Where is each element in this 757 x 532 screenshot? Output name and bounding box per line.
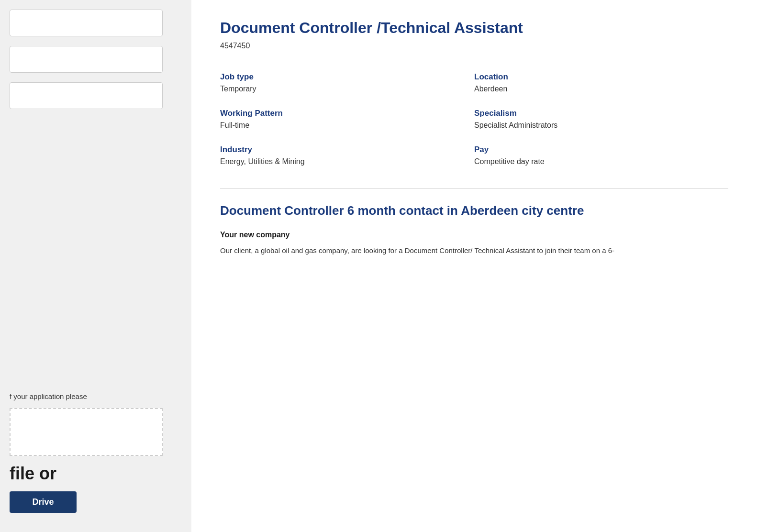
left-bottom: f your application please file or Drive	[10, 392, 163, 513]
right-panel: Document Controller /Technical Assistant…	[191, 0, 757, 532]
input-box-1[interactable]	[10, 10, 163, 36]
working-pattern-label: Working Pattern	[220, 109, 474, 118]
specialism-label: Specialism	[474, 109, 728, 118]
specialism-item: Specialism Specialist Administrators	[474, 101, 728, 137]
location-label: Location	[474, 72, 728, 82]
input-box-2[interactable]	[10, 46, 163, 73]
input-box-3[interactable]	[10, 82, 163, 109]
application-text: f your application please	[10, 392, 163, 400]
section-divider	[220, 188, 728, 188]
description-text: Our client, a global oil and gas company…	[220, 245, 728, 256]
location-item: Location Aberdeen	[474, 65, 728, 101]
industry-value: Energy, Utilities & Mining	[220, 157, 474, 166]
specialism-value: Specialist Administrators	[474, 121, 728, 130]
file-or-label: file or	[10, 464, 163, 484]
pay-label: Pay	[474, 145, 728, 155]
location-value: Aberdeen	[474, 85, 728, 93]
industry-label: Industry	[220, 145, 474, 155]
job-type-label: Job type	[220, 72, 474, 82]
drive-button[interactable]: Drive	[10, 491, 77, 513]
pay-value: Competitive day rate	[474, 157, 728, 166]
working-pattern-value: Full-time	[220, 121, 474, 130]
working-pattern-item: Working Pattern Full-time	[220, 101, 474, 137]
pay-item: Pay Competitive day rate	[474, 137, 728, 174]
job-id: 4547450	[220, 42, 728, 50]
subsection-label: Your new company	[220, 231, 728, 239]
industry-item: Industry Energy, Utilities & Mining	[220, 137, 474, 174]
dashed-upload-box[interactable]	[10, 408, 163, 456]
job-type-value: Temporary	[220, 85, 474, 93]
left-panel: f your application please file or Drive	[0, 0, 191, 532]
job-title: Document Controller /Technical Assistant	[220, 19, 728, 37]
job-details-grid: Job type Temporary Location Aberdeen Wor…	[220, 65, 728, 174]
description-section-title: Document Controller 6 month contact in A…	[220, 203, 728, 219]
job-type-item: Job type Temporary	[220, 65, 474, 101]
